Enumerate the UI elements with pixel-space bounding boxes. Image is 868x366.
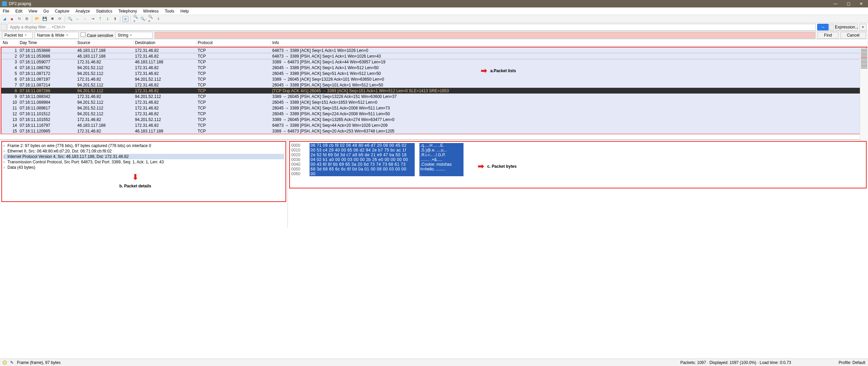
table-row[interactable]: 307:16:11.059077172.31.46.8246.183.117.1… — [1, 59, 867, 65]
app-logo-icon — [2, 1, 7, 6]
case-sensitive-checkbox[interactable]: Case sensitive — [81, 32, 113, 38]
go-last-icon[interactable]: ⤓ — [104, 16, 111, 22]
restart-capture-icon[interactable]: ↻ — [16, 16, 22, 22]
toolbar: ◢ ■ ↻ ⚙ 📂 💾 ✖ ⟳ 🔍 ← → ⇥ ⤒ ⤓ ⬇ ≡ 🔍+ 🔍- 🔍=… — [0, 15, 868, 23]
add-filter-button[interactable]: + — [859, 24, 867, 30]
colorize-icon[interactable]: ≡ — [122, 16, 129, 22]
find-charset-combo[interactable]: Narrow & Wide — [35, 32, 79, 39]
menu-statistics[interactable]: Statistics — [96, 9, 112, 14]
table-row[interactable]: 1407:16:11.11679746.183.117.188172.31.46… — [1, 122, 867, 128]
table-row[interactable]: 707:16:11.08721494.201.52.112172.31.46.8… — [1, 82, 867, 88]
table-row[interactable]: 1007:16:11.08898494.201.52.112172.31.46.… — [1, 99, 867, 105]
hex-row[interactable]: 00202e 52 fd 69 0d 3d c7 a9 b5 de 21 e9 … — [291, 152, 865, 157]
hex-row[interactable]: 006000. — [291, 171, 865, 176]
titlebar: DP2.pcapng — ▢ ✕ — [0, 0, 868, 7]
minimize-icon[interactable]: — — [833, 1, 837, 6]
status-left: Frame (frame), 97 bytes — [17, 360, 61, 365]
table-row[interactable]: 1107:16:11.08981794.201.52.112172.31.46.… — [1, 105, 867, 111]
find-scope-combo[interactable]: Packet list — [2, 32, 33, 39]
start-capture-icon[interactable]: ◢ — [1, 16, 7, 22]
annotation-packet-bytes: c. Packet bytes — [478, 162, 517, 171]
table-row[interactable]: 907:16:11.088342172.31.46.8294.201.52.11… — [1, 94, 867, 99]
find-input[interactable] — [155, 32, 815, 39]
go-forward-icon[interactable]: → — [82, 16, 88, 22]
display-filter-bar: → Expression... + — [0, 23, 868, 31]
go-to-packet-icon[interactable]: ⇥ — [90, 16, 96, 22]
close-file-icon[interactable]: ✖ — [49, 16, 55, 22]
detail-row[interactable]: Ethernet II, Src: 06:48:80:e6:d7:20, Dst… — [3, 148, 284, 154]
zoom-in-icon[interactable]: 🔍+ — [133, 16, 139, 22]
menu-edit[interactable]: Edit — [15, 9, 22, 14]
table-row[interactable]: 1207:16:11.10151294.201.52.112172.31.46.… — [1, 111, 867, 117]
menu-tools[interactable]: Tools — [165, 9, 174, 14]
status-packets: Packets: 1097 · Displayed: 1097 (100.0%)… — [680, 360, 791, 365]
annotation-packet-lists: a.Packet lists — [481, 66, 516, 75]
menu-file[interactable]: File — [3, 9, 9, 14]
header-protocol[interactable]: Protocol — [196, 40, 271, 45]
packet-minimap[interactable] — [860, 48, 868, 142]
hex-row[interactable]: 000006 71 09 cb f8 02 06 48 80 e6 d7 20 … — [291, 143, 865, 148]
save-file-icon[interactable]: 💾 — [42, 16, 48, 22]
detail-row[interactable]: Transmission Control Protocol, Src Port:… — [3, 159, 284, 165]
status-profile[interactable]: Profile: Default — [839, 360, 865, 365]
statusbar: ✎ Frame (frame), 97 bytes Packets: 1097 … — [0, 359, 868, 366]
table-row[interactable]: 807:16:11.08728694.201.52.112172.31.46.8… — [1, 88, 867, 94]
find-bar: Packet list Narrow & Wide Case sensitive… — [0, 31, 868, 39]
detail-row[interactable]: Frame 2: 97 bytes on wire (776 bits), 97… — [3, 143, 284, 148]
header-destination[interactable]: Destination — [134, 40, 196, 45]
table-row[interactable]: 407:16:11.08678294.201.52.112172.31.46.8… — [1, 65, 867, 70]
menu-capture[interactable]: Capture — [55, 9, 70, 14]
open-file-icon[interactable]: 📂 — [34, 16, 40, 22]
zoom-out-icon[interactable]: 🔍- — [140, 16, 146, 22]
table-row[interactable]: 607:16:11.087197172.31.46.8294.201.52.11… — [1, 76, 867, 82]
packet-bytes-pane: 000006 71 09 cb f8 02 06 48 80 e6 d7 20 … — [288, 140, 868, 228]
header-time[interactable]: Day Time — [18, 40, 76, 45]
hex-row[interactable]: 004000 43 6f 6f 6b 69 65 3a 20 6d 73 74 … — [291, 162, 865, 167]
resize-columns-icon[interactable]: ⫴ — [155, 16, 161, 22]
table-row[interactable]: 107:16:11.05388646.183.117.188172.31.46.… — [1, 47, 867, 53]
maximize-icon[interactable]: ▢ — [846, 1, 850, 6]
find-type-combo[interactable]: String — [115, 32, 153, 39]
header-source[interactable]: Source — [76, 40, 134, 45]
display-filter-input[interactable] — [7, 24, 816, 30]
edit-capture-comment-icon[interactable]: ✎ — [10, 360, 14, 365]
go-first-icon[interactable]: ⤒ — [97, 16, 103, 22]
window-title: DP2.pcapng — [9, 1, 31, 6]
reload-icon[interactable]: ⟳ — [57, 16, 63, 22]
hex-row[interactable]: 001000 53 c4 29 40 00 65 06 d2 94 2e b7 … — [291, 148, 865, 152]
header-info[interactable]: Info — [271, 40, 868, 45]
detail-row[interactable]: Data (43 bytes) — [3, 165, 284, 170]
menu-telephony[interactable]: Telephony — [118, 9, 137, 14]
table-row[interactable]: 507:16:11.08717294.201.52.112172.31.46.8… — [1, 70, 867, 76]
find-button[interactable]: Find — [817, 32, 838, 39]
menu-help[interactable]: Help — [180, 9, 189, 14]
close-icon[interactable]: ✕ — [859, 1, 863, 6]
header-no[interactable]: No — [1, 40, 18, 45]
go-back-icon[interactable]: ← — [75, 16, 81, 22]
zoom-reset-icon[interactable]: 🔍= — [148, 16, 154, 22]
find-packet-icon[interactable]: 🔍 — [67, 16, 73, 22]
hex-row[interactable]: 005068 3d 68 65 6c 6c 6f 0d 0a 01 00 08 … — [291, 167, 865, 171]
menu-view[interactable]: View — [28, 9, 37, 14]
expression-button[interactable]: Expression... — [835, 24, 858, 30]
annotation-packet-details: b. Packet details — [119, 173, 151, 188]
packet-list-pane: 107:16:11.05388646.183.117.188172.31.46.… — [0, 46, 868, 140]
menu-go[interactable]: Go — [43, 9, 49, 14]
menu-wireless[interactable]: Wireless — [143, 9, 159, 14]
apply-filter-button[interactable]: → — [817, 24, 829, 30]
table-row[interactable]: 207:16:11.05388646.183.117.188172.31.46.… — [1, 53, 867, 59]
expert-info-icon[interactable] — [3, 361, 7, 365]
cancel-button[interactable]: Cancel — [841, 32, 866, 39]
auto-scroll-icon[interactable]: ⬇ — [112, 16, 118, 22]
capture-options-icon[interactable]: ⚙ — [24, 16, 30, 22]
menu-analyze[interactable]: Analyze — [76, 9, 90, 14]
filter-history-dropdown[interactable] — [829, 24, 834, 30]
detail-row[interactable]: Internet Protocol Version 4, Src: 46.183… — [3, 154, 284, 159]
packet-details-pane: Frame 2: 97 bytes on wire (776 bits), 97… — [0, 140, 288, 228]
bookmark-filter-icon[interactable] — [1, 24, 7, 30]
table-row[interactable]: 1307:16:11.101552172.31.46.8294.201.52.1… — [1, 117, 867, 122]
stop-capture-icon[interactable]: ■ — [9, 16, 15, 22]
table-row[interactable]: 1507:16:11.120985172.31.46.8246.183.117.… — [1, 128, 867, 134]
packet-list-headers: No Day Time Source Destination Protocol … — [0, 39, 868, 46]
hex-row[interactable]: 003004 02 b1 a0 00 00 03 00 00 2b 26 e0 … — [291, 157, 865, 162]
